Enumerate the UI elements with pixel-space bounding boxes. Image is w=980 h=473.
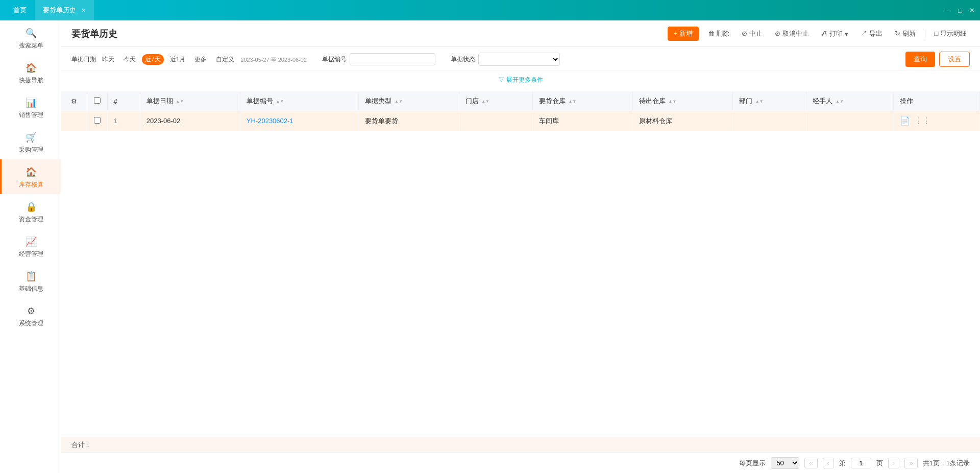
col-date: 单据日期 ▲▼ [140,91,240,111]
filter-today[interactable]: 今天 [120,54,139,65]
new-button[interactable]: + 新增 [668,27,699,41]
select-all-checkbox[interactable] [94,97,101,104]
col-department: 部门 ▲▼ [733,91,806,111]
col-pending-warehouse: 待出仓库 ▲▼ [632,91,732,111]
print-button[interactable]: 🖨 打印 ▾ [818,27,852,40]
cancel-stop-button[interactable]: ⊘ 取消中止 [772,27,812,40]
sidebar-item-finance[interactable]: 🔒 资金管理 [0,194,61,229]
row-edit-icon[interactable]: 📄 [900,116,910,126]
sidebar-item-operations[interactable]: 📈 经营管理 [0,229,61,264]
order-no-link[interactable]: YH-20230602-1 [247,117,293,125]
sidebar-item-sales[interactable]: 📊 销售管理 [0,90,61,125]
delete-button[interactable]: 🗑 删除 [705,27,733,40]
sidebar-sales-label: 销售管理 [19,111,43,120]
order-no-filter-group: 单据编号 [322,53,435,65]
per-page-select[interactable]: 50 100 200 [771,457,799,469]
tab-requisition-history[interactable]: 要货单历史 ✕ [35,0,94,20]
col-date-label: 单据日期 [146,97,173,105]
col-type-sort[interactable]: ▲▼ [395,99,403,104]
sidebar-finance-label: 资金管理 [19,215,43,224]
col-req-warehouse-sort[interactable]: ▲▼ [568,99,576,104]
sidebar-item-system[interactable]: ⚙ 系统管理 [0,298,61,333]
refresh-button-label: ↻ 刷新 [895,29,916,38]
page-title: 要货单历史 [71,28,117,40]
data-table: ⚙ # 单据日期 ▲▼ 单据编号 ▲▼ [61,91,980,131]
toolbar: + 新增 🗑 删除 ⊘ 中止 ⊘ 取消中止 🖨 打印 ▾ [668,27,970,41]
sidebar-item-inventory[interactable]: 🏠 库存核算 [0,159,61,194]
filter-month[interactable]: 近1月 [167,54,189,65]
col-store: 门店 ▲▼ [459,91,532,111]
sidebar-base-info-label: 基础信息 [19,285,43,293]
new-button-label: + 新增 [674,29,693,38]
settings-gear-icon[interactable]: ⚙ [71,98,77,105]
settings-button[interactable]: 设置 [939,52,970,67]
col-action: 操作 [893,91,979,111]
finance-icon: 🔒 [26,201,37,212]
expand-more-btn[interactable]: ▽ 展开更多条件 [498,73,543,87]
order-no-input[interactable] [350,53,435,65]
inventory-icon: 🏠 [26,167,37,178]
col-store-sort[interactable]: ▲▼ [481,99,489,104]
display-detail-button[interactable]: □ 显示明细 [932,27,970,40]
col-pending-warehouse-sort[interactable]: ▲▼ [669,99,677,104]
last-page-btn[interactable]: » [904,458,917,468]
expand-more-row: ▽ 展开更多条件 [61,70,980,91]
col-req-warehouse: 要货仓库 ▲▼ [532,91,632,111]
sidebar-item-purchase[interactable]: 🛒 采购管理 [0,125,61,159]
export-button[interactable]: ↗ 导出 [857,27,886,40]
col-handler: 经手人 ▲▼ [806,91,893,111]
stop-button[interactable]: ⊘ 中止 [739,27,766,40]
col-settings: ⚙ [61,91,87,111]
refresh-button[interactable]: ↻ 刷新 [892,27,919,40]
cancel-stop-button-label: ⊘ 取消中止 [775,29,809,38]
col-handler-sort[interactable]: ▲▼ [836,99,844,104]
query-button[interactable]: 查询 [905,52,935,67]
row-date: 2023-06-02 [140,111,240,131]
sidebar-item-quick-nav[interactable]: 🏠 快捷导航 [0,55,61,90]
first-page-btn[interactable]: « [804,458,817,468]
sum-label: 合计： [71,440,91,450]
per-page-label: 每页显示 [739,459,766,468]
bottom-bar: 合计： [61,437,980,453]
row-pending-warehouse: 原材料仓库 [632,111,732,131]
page-title-row: 要货单历史 + 新增 🗑 删除 ⊘ 中止 ⊘ 取消中止 🖨 [71,27,970,41]
row-checkbox[interactable] [94,117,101,124]
col-date-sort[interactable]: ▲▼ [176,99,184,104]
sidebar: 🔍 搜索菜单 🏠 快捷导航 📊 销售管理 🛒 采购管理 🏠 库存核算 🔒 资金管… [0,20,61,473]
filter-yesterday[interactable]: 昨天 [99,54,117,65]
status-label: 单据状态 [451,55,475,64]
page-input[interactable] [851,458,871,468]
operations-icon: 📈 [26,236,37,247]
window-minimize[interactable]: — [944,7,951,14]
print-button-label: 🖨 打印 [821,29,843,38]
print-dropdown-icon: ▾ [845,30,848,38]
tab-requisition-label: 要货单历史 [43,6,76,15]
date-filter-label: 单据日期 [71,55,96,64]
col-department-sort[interactable]: ▲▼ [755,99,764,104]
status-select[interactable] [478,53,560,66]
row-num: 1 [107,111,140,131]
pagination-bar: 每页显示 50 100 200 « ‹ 第 页 › » 共1页，1条记录 [61,453,980,473]
sidebar-purchase-label: 采购管理 [19,146,43,154]
tab-home[interactable]: 首页 [5,0,35,20]
tab-close-icon[interactable]: ✕ [81,7,86,14]
filter-custom[interactable]: 自定义 [213,54,237,65]
filter-date-range: 2023-05-27 至 2023-06-02 [240,56,307,64]
search-menu-icon: 🔍 [26,28,37,39]
filter-more[interactable]: 更多 [191,54,210,65]
sidebar-item-search-menu[interactable]: 🔍 搜索菜单 [0,20,61,55]
prev-page-btn[interactable]: ‹ [823,458,834,468]
window-close[interactable]: ✕ [969,7,975,14]
row-more-icon[interactable]: ⋮⋮ [914,116,930,126]
sidebar-item-base-info[interactable]: 📋 基础信息 [0,264,61,298]
col-order-no-sort[interactable]: ▲▼ [276,99,284,104]
window-maximize[interactable]: □ [958,7,962,14]
row-store [459,111,532,131]
sidebar-system-label: 系统管理 [19,319,43,328]
filter-recent7[interactable]: 近7天 [142,54,164,65]
filter-main-row: 单据日期 昨天 今天 近7天 近1月 更多 自定义 2023-05-27 至 2… [61,46,980,70]
row-action-icons: 📄 ⋮⋮ [900,116,973,126]
next-page-btn[interactable]: › [888,458,899,468]
stop-button-label: ⊘ 中止 [742,29,763,38]
col-store-label: 门店 [465,97,479,105]
